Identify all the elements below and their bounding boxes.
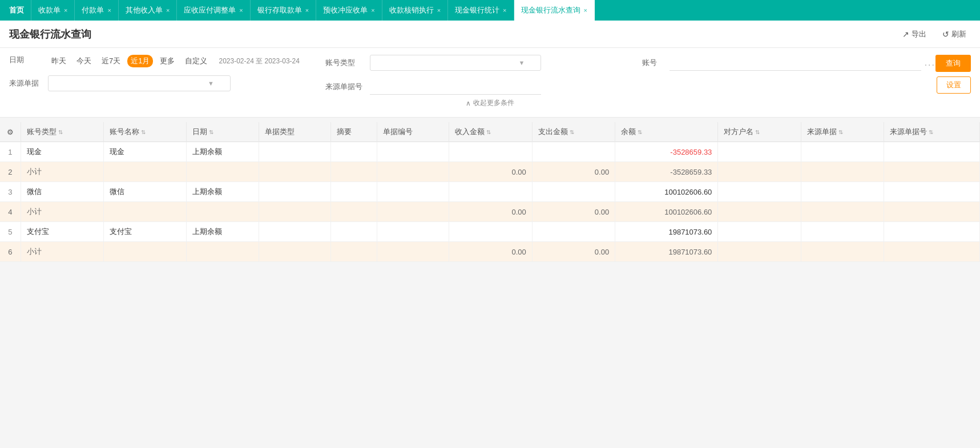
close-icon[interactable]: × <box>584 7 587 14</box>
expense-cell: 0.00 <box>532 242 615 262</box>
col-balance[interactable]: 余额⇅ <box>615 122 718 142</box>
sort-icon: ⇅ <box>209 129 213 135</box>
nav-tab-qita[interactable]: 其他收入单 × <box>119 0 177 21</box>
doc-no-cell <box>377 202 449 222</box>
col-date[interactable]: 日期⇅ <box>187 122 259 142</box>
date-range-display: 2023-02-24 至 2023-03-24 <box>219 56 299 66</box>
nav-home[interactable]: 首页 <box>2 0 31 21</box>
account-label: 账号 <box>642 58 665 68</box>
source-doc-cell <box>801 222 884 242</box>
col-account-name[interactable]: 账号名称⇅ <box>103 122 186 142</box>
sort-icon: ⇅ <box>141 129 146 135</box>
nav-tab-stats[interactable]: 现金银行统计 × <box>448 0 514 21</box>
col-doc-no[interactable]: 单据编号 <box>377 122 449 142</box>
date-label: 日期 <box>9 55 43 65</box>
top-nav: 首页 收款单 × 付款单 × 其他收入单 × 应收应付调整单 × 银行存取款单 … <box>0 0 980 21</box>
doc-no-cell <box>377 182 449 202</box>
income-cell: 0.00 <box>449 242 532 262</box>
account-name-cell <box>103 242 186 262</box>
table-row: 4 小计 0.00 0.00 100102606.60 <box>0 202 980 222</box>
table-body: 1 现金 现金 上期余额 -3528659.33 2 小计 0.00 0.00 … <box>0 142 980 262</box>
counterparty-cell <box>718 182 801 202</box>
balance-cell: -3528659.33 <box>615 162 718 182</box>
expense-cell: 0.00 <box>532 202 615 222</box>
close-icon[interactable]: × <box>64 7 67 14</box>
doc-type-cell <box>259 182 330 202</box>
nav-tab-prepay[interactable]: 预收冲应收单 × <box>316 0 382 21</box>
nav-tab-bank-deposit[interactable]: 银行存取款单 × <box>251 0 316 21</box>
source-doc-num-input-wrap <box>370 79 541 95</box>
col-summary[interactable]: 摘要 <box>330 122 377 142</box>
sort-icon: ⇅ <box>638 129 642 135</box>
col-income[interactable]: 收入金额⇅ <box>449 122 532 142</box>
account-more-button[interactable]: ... <box>925 58 935 68</box>
date-yesterday[interactable]: 昨天 <box>48 55 70 67</box>
source-doc-num-label: 来源单据号 <box>325 82 365 92</box>
nav-tab-liushui[interactable]: 现金银行流水查询 × <box>514 0 595 21</box>
date-week[interactable]: 近7天 <box>98 55 124 67</box>
col-source-doc-no[interactable]: 来源单据号⇅ <box>884 122 980 142</box>
nav-tab-fukuan[interactable]: 付款单 × <box>75 0 118 21</box>
col-source-doc[interactable]: 来源单据⇅ <box>801 122 884 142</box>
income-cell: 0.00 <box>449 162 532 182</box>
row-num-cell: 4 <box>0 202 21 222</box>
source-doc-no-cell <box>884 162 980 182</box>
row-num-cell: 2 <box>0 162 21 182</box>
filter-actions: 查询 设置 <box>935 55 971 94</box>
nav-tab-shoukuan[interactable]: 收款单 × <box>31 0 75 21</box>
col-account-type[interactable]: 账号类型⇅ <box>21 122 103 142</box>
close-icon[interactable]: × <box>239 7 243 14</box>
summary-cell <box>330 182 377 202</box>
col-expense[interactable]: 支出金额⇅ <box>532 122 615 142</box>
main-table: ⚙ 账号类型⇅ 账号名称⇅ 日期⇅ 单据类型 摘要 单据编号 收入金额⇅ 支出金… <box>0 122 980 262</box>
col-doc-type[interactable]: 单据类型 <box>259 122 330 142</box>
col-counterparty[interactable]: 对方户名⇅ <box>718 122 801 142</box>
balance-cell: 100102606.60 <box>615 202 718 222</box>
source-doc-cell <box>801 242 884 262</box>
close-icon[interactable]: × <box>503 7 506 14</box>
source-doc-num-input[interactable] <box>372 82 539 91</box>
date-more[interactable]: 更多 <box>156 55 178 67</box>
income-cell <box>449 222 532 242</box>
close-icon[interactable]: × <box>166 7 170 14</box>
account-type-cell: 支付宝 <box>21 222 103 242</box>
query-button[interactable]: 查询 <box>935 55 971 72</box>
date-today[interactable]: 今天 <box>73 55 95 67</box>
source-doc-no-cell <box>884 222 980 242</box>
summary-cell <box>330 162 377 182</box>
account-type-select[interactable]: ▼ <box>370 55 541 71</box>
nav-tab-adjust[interactable]: 应收应付调整单 × <box>177 0 250 21</box>
date-cell: 上期余额 <box>187 222 259 242</box>
nav-tab-verify[interactable]: 收款核销执行 × <box>382 0 448 21</box>
account-type-cell: 小计 <box>21 162 103 182</box>
table-row: 6 小计 0.00 0.00 19871073.60 <box>0 242 980 262</box>
settings-button[interactable]: 设置 <box>937 76 971 94</box>
close-icon[interactable]: × <box>305 7 309 14</box>
row-num-cell: 5 <box>0 222 21 242</box>
date-custom[interactable]: 自定义 <box>182 55 211 67</box>
account-input[interactable] <box>672 58 919 67</box>
col-settings[interactable]: ⚙ <box>0 122 21 142</box>
doc-no-cell <box>377 142 449 162</box>
expense-cell <box>532 222 615 242</box>
date-cell <box>187 202 259 222</box>
source-doc-no-cell <box>884 242 980 262</box>
account-type-cell: 现金 <box>21 142 103 162</box>
source-doc-select[interactable]: ▼ <box>48 75 231 91</box>
export-button[interactable]: ↗ 导出 <box>898 27 931 42</box>
date-cell: 上期余额 <box>187 142 259 162</box>
collapse-bar[interactable]: ∧ 收起更多条件 <box>9 95 971 110</box>
doc-no-cell <box>377 162 449 182</box>
close-icon[interactable]: × <box>371 7 374 14</box>
close-icon[interactable]: × <box>437 7 441 14</box>
account-type-cell: 小计 <box>21 242 103 262</box>
source-doc-no-cell <box>884 142 980 162</box>
chevron-down-icon: ▼ <box>518 59 525 66</box>
close-icon[interactable]: × <box>107 7 111 14</box>
refresh-button[interactable]: ↺ 刷新 <box>938 27 971 42</box>
balance-cell: 19871073.60 <box>615 222 718 242</box>
date-month[interactable]: 近1月 <box>127 55 153 67</box>
source-doc-cell <box>801 162 884 182</box>
counterparty-cell <box>718 162 801 182</box>
sort-icon: ⇅ <box>929 129 933 135</box>
